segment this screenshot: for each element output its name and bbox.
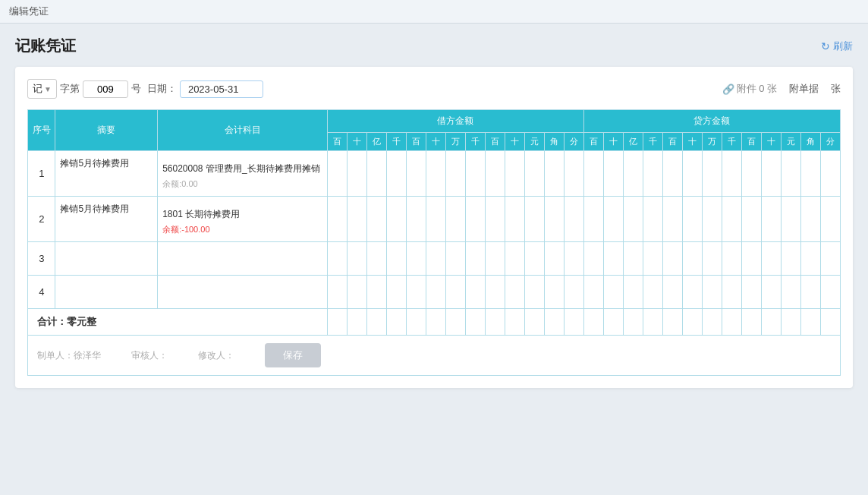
row-debit-digit-10[interactable] bbox=[524, 151, 544, 197]
row-credit-digit-3[interactable] bbox=[643, 197, 662, 242]
row-debit-digit-8[interactable] bbox=[485, 151, 505, 197]
row-debit-digit-3[interactable] bbox=[386, 276, 406, 309]
row-debit-digit-8[interactable] bbox=[485, 197, 505, 242]
row-credit-digit-2[interactable] bbox=[623, 151, 643, 197]
row-account[interactable] bbox=[158, 276, 328, 309]
row-debit-digit-6[interactable] bbox=[445, 197, 465, 242]
row-credit-digit-7[interactable] bbox=[722, 276, 741, 309]
row-credit-digit-8[interactable] bbox=[741, 276, 761, 309]
row-credit-digit-12[interactable] bbox=[820, 151, 840, 197]
row-account[interactable]: 56020008 管理费用_长期待摊费用摊销余额:0.00 bbox=[158, 151, 328, 197]
row-debit-digit-3[interactable] bbox=[386, 151, 406, 197]
row-credit-digit-2[interactable] bbox=[623, 197, 643, 242]
row-credit-digit-0[interactable] bbox=[583, 276, 603, 309]
row-debit-digit-1[interactable] bbox=[347, 276, 366, 309]
row-debit-digit-5[interactable] bbox=[426, 197, 445, 242]
row-summary[interactable] bbox=[55, 276, 158, 309]
row-debit-digit-7[interactable] bbox=[465, 197, 485, 242]
row-credit-digit-10[interactable] bbox=[781, 197, 800, 242]
row-summary[interactable]: 摊销5月待摊费用 bbox=[55, 197, 158, 242]
row-credit-digit-4[interactable] bbox=[662, 276, 682, 309]
row-debit-digit-8[interactable] bbox=[485, 276, 505, 309]
row-debit-digit-9[interactable] bbox=[505, 276, 524, 309]
row-credit-digit-10[interactable] bbox=[781, 276, 800, 309]
save-button[interactable]: 保存 bbox=[265, 343, 321, 367]
row-credit-digit-5[interactable] bbox=[682, 197, 702, 242]
row-credit-digit-11[interactable] bbox=[800, 276, 820, 309]
row-debit-digit-2[interactable] bbox=[366, 242, 386, 276]
row-credit-digit-12[interactable] bbox=[820, 197, 840, 242]
row-credit-digit-0[interactable] bbox=[583, 242, 603, 276]
row-credit-digit-6[interactable] bbox=[702, 151, 722, 197]
row-credit-digit-8[interactable] bbox=[741, 197, 761, 242]
row-debit-digit-7[interactable] bbox=[465, 151, 485, 197]
voucher-type-select[interactable]: 记 ▼ bbox=[27, 79, 57, 99]
row-credit-digit-1[interactable] bbox=[603, 276, 623, 309]
row-credit-digit-8[interactable] bbox=[741, 151, 761, 197]
row-debit-digit-2[interactable] bbox=[366, 197, 386, 242]
row-credit-digit-11[interactable] bbox=[800, 197, 820, 242]
row-credit-digit-5[interactable] bbox=[682, 242, 702, 276]
row-debit-digit-3[interactable] bbox=[386, 242, 406, 276]
date-input[interactable] bbox=[180, 80, 263, 98]
row-debit-digit-2[interactable] bbox=[366, 151, 386, 197]
row-credit-digit-8[interactable] bbox=[741, 242, 761, 276]
row-credit-digit-4[interactable] bbox=[662, 151, 682, 197]
row-credit-digit-11[interactable] bbox=[800, 151, 820, 197]
row-credit-digit-2[interactable] bbox=[623, 276, 643, 309]
row-debit-digit-11[interactable] bbox=[544, 242, 564, 276]
row-credit-digit-5[interactable] bbox=[682, 151, 702, 197]
row-account[interactable] bbox=[158, 242, 328, 276]
row-summary[interactable] bbox=[55, 242, 158, 276]
row-credit-digit-7[interactable] bbox=[722, 151, 741, 197]
row-debit-digit-11[interactable] bbox=[544, 276, 564, 309]
row-credit-digit-12[interactable] bbox=[820, 242, 840, 276]
row-debit-digit-6[interactable] bbox=[445, 242, 465, 276]
row-debit-digit-10[interactable] bbox=[524, 242, 544, 276]
row-debit-digit-4[interactable] bbox=[406, 197, 426, 242]
row-debit-digit-12[interactable] bbox=[564, 151, 583, 197]
row-credit-digit-7[interactable] bbox=[722, 242, 741, 276]
row-debit-digit-5[interactable] bbox=[426, 242, 445, 276]
row-credit-digit-1[interactable] bbox=[603, 242, 623, 276]
row-credit-digit-1[interactable] bbox=[603, 151, 623, 197]
row-summary[interactable]: 摊销5月待摊费用 bbox=[55, 151, 158, 197]
row-debit-digit-7[interactable] bbox=[465, 242, 485, 276]
row-credit-digit-9[interactable] bbox=[761, 197, 781, 242]
row-credit-digit-6[interactable] bbox=[702, 197, 722, 242]
row-credit-digit-0[interactable] bbox=[583, 151, 603, 197]
row-debit-digit-12[interactable] bbox=[564, 242, 583, 276]
row-credit-digit-9[interactable] bbox=[761, 242, 781, 276]
row-credit-digit-3[interactable] bbox=[643, 276, 662, 309]
row-debit-digit-0[interactable] bbox=[327, 242, 347, 276]
row-credit-digit-3[interactable] bbox=[643, 151, 662, 197]
row-debit-digit-1[interactable] bbox=[347, 151, 366, 197]
row-debit-digit-0[interactable] bbox=[327, 276, 347, 309]
row-credit-digit-10[interactable] bbox=[781, 242, 800, 276]
row-debit-digit-1[interactable] bbox=[347, 197, 366, 242]
row-credit-digit-4[interactable] bbox=[662, 197, 682, 242]
row-credit-digit-5[interactable] bbox=[682, 276, 702, 309]
row-credit-digit-3[interactable] bbox=[643, 242, 662, 276]
row-credit-digit-6[interactable] bbox=[702, 276, 722, 309]
row-credit-digit-6[interactable] bbox=[702, 242, 722, 276]
row-debit-digit-3[interactable] bbox=[386, 197, 406, 242]
voucher-number-input[interactable] bbox=[83, 80, 128, 98]
row-credit-digit-10[interactable] bbox=[781, 151, 800, 197]
row-credit-digit-4[interactable] bbox=[662, 242, 682, 276]
row-debit-digit-4[interactable] bbox=[406, 242, 426, 276]
row-debit-digit-2[interactable] bbox=[366, 276, 386, 309]
row-debit-digit-9[interactable] bbox=[505, 242, 524, 276]
attachment-link[interactable]: 🔗 附件 0 张 bbox=[722, 82, 777, 96]
row-account[interactable]: 1801 长期待摊费用余额:-100.00 bbox=[158, 197, 328, 242]
row-credit-digit-9[interactable] bbox=[761, 151, 781, 197]
row-debit-digit-9[interactable] bbox=[505, 151, 524, 197]
row-credit-digit-9[interactable] bbox=[761, 276, 781, 309]
row-debit-digit-0[interactable] bbox=[327, 197, 347, 242]
row-debit-digit-0[interactable] bbox=[327, 151, 347, 197]
row-debit-digit-7[interactable] bbox=[465, 276, 485, 309]
row-debit-digit-12[interactable] bbox=[564, 197, 583, 242]
row-debit-digit-12[interactable] bbox=[564, 276, 583, 309]
row-debit-digit-1[interactable] bbox=[347, 242, 366, 276]
refresh-button[interactable]: ↻ 刷新 bbox=[821, 39, 853, 53]
